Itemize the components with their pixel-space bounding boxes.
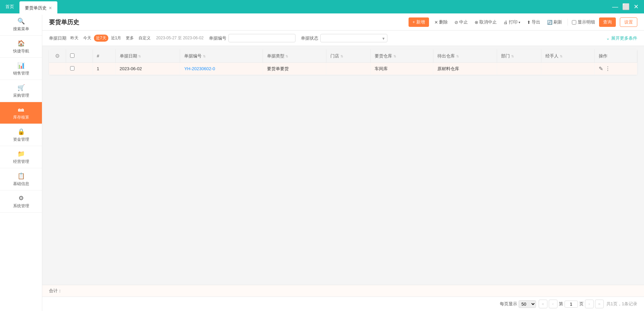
table-row[interactable]: 1 2023-06-02 YH-20230602-0 要货单要货 车间库 原材料… bbox=[49, 63, 637, 75]
page-title-row: 要货单历史 + 新增 ✕ 删除 ⊘ 中止 ⊗ 取消中止 🖨 打印 bbox=[49, 17, 637, 27]
settings-col-header[interactable]: ⚙ bbox=[49, 49, 66, 63]
doc-no-col-header[interactable]: 单据编号 ⇅ bbox=[180, 49, 263, 63]
new-button[interactable]: + 新增 bbox=[409, 17, 429, 27]
row-pending-warehouse-cell: 原材料仓库 bbox=[433, 63, 497, 75]
sidebar-item-label: 采购管理 bbox=[13, 93, 29, 98]
print-button[interactable]: 🖨 打印 ▾ bbox=[502, 18, 522, 27]
sidebar-item-finance-mgmt[interactable]: 🔒 资金管理 bbox=[0, 124, 42, 146]
sidebar-item-inventory-calc[interactable]: 🏘 库存核算 bbox=[0, 102, 42, 124]
page-input[interactable] bbox=[565, 301, 578, 308]
table-header-row: ⚙ # 单据日期 ⇅ 单据编号 ⇅ bbox=[49, 49, 637, 63]
doc-no-link[interactable]: YH-20230602-0 bbox=[184, 66, 215, 71]
date-shortcut-today[interactable]: 今天 bbox=[81, 35, 93, 42]
dept-col-header[interactable]: 部门 ⇅ bbox=[497, 49, 541, 63]
dept-sort-icon[interactable]: ⇅ bbox=[511, 54, 514, 58]
sidebar-item-purchase-mgmt[interactable]: 🛒 采购管理 bbox=[0, 80, 42, 102]
row-dept-cell bbox=[497, 63, 541, 75]
show-detail-checkbox[interactable]: 显示明细 bbox=[572, 19, 595, 25]
table-settings-icon[interactable]: ⚙ bbox=[55, 53, 60, 59]
home-icon: 🏠 bbox=[17, 40, 25, 47]
first-page-btn[interactable]: « bbox=[539, 300, 547, 308]
store-sort-icon[interactable]: ⇅ bbox=[340, 54, 343, 58]
folder-icon: 📁 bbox=[17, 150, 25, 158]
expand-more-btn[interactable]: ⌄ 展开更多条件 bbox=[606, 35, 637, 41]
tab-home[interactable]: 首页 bbox=[0, 0, 19, 13]
document-icon: 📋 bbox=[17, 172, 25, 180]
prev-page-btn[interactable]: ‹ bbox=[549, 300, 557, 308]
sidebar-item-label: 搜索菜单 bbox=[13, 26, 29, 32]
doc-status-select-wrapper: 草稿 已提交 已审核 bbox=[320, 34, 387, 42]
sidebar-item-search-menu[interactable]: 🔍 搜索菜单 bbox=[0, 13, 42, 36]
sidebar-item-sales-mgmt[interactable]: 📊 销售管理 bbox=[0, 58, 42, 80]
checkbox-col-header[interactable] bbox=[66, 49, 93, 63]
next-page-btn[interactable]: › bbox=[585, 300, 594, 308]
date-shortcut-7days[interactable]: 近7天 bbox=[94, 35, 108, 42]
date-shortcut-1month[interactable]: 近1月 bbox=[109, 35, 123, 42]
doc-status-label: 单据状态 bbox=[301, 35, 318, 41]
req-warehouse-sort-icon[interactable]: ⇅ bbox=[393, 54, 396, 58]
settings-button[interactable]: 设置 bbox=[620, 17, 637, 27]
tab-requisition-history-label: 要货单历史 bbox=[25, 5, 47, 11]
refresh-button[interactable]: 🔄 刷新 bbox=[546, 18, 564, 27]
suspend-button[interactable]: ⊘ 中止 bbox=[453, 18, 469, 27]
row-date-cell: 2023-06-02 bbox=[115, 63, 180, 75]
tab-bar: 首页 要货单历史 ✕ bbox=[0, 0, 612, 13]
date-shortcut-more[interactable]: 更多 bbox=[124, 35, 136, 42]
per-page-select[interactable]: 20 50 100 200 bbox=[519, 300, 536, 308]
cancel-suspend-button[interactable]: ⊗ 取消中止 bbox=[473, 18, 498, 27]
doc-type-col-header[interactable]: 单据类型 ⇅ bbox=[263, 49, 326, 63]
sidebar-item-operation-mgmt[interactable]: 📁 经营管理 bbox=[0, 146, 42, 168]
date-col-header[interactable]: 单据日期 ⇅ bbox=[115, 49, 180, 63]
minimize-btn[interactable]: — bbox=[612, 3, 618, 10]
row-checkbox[interactable] bbox=[70, 66, 74, 71]
store-col-header[interactable]: 门店 ⇅ bbox=[326, 49, 371, 63]
sidebar-item-quick-nav[interactable]: 🏠 快捷导航 bbox=[0, 36, 42, 58]
doc-status-select[interactable]: 草稿 已提交 已审核 bbox=[320, 34, 387, 42]
date-shortcut-yesterday[interactable]: 昨天 bbox=[68, 35, 80, 42]
tab-requisition-history[interactable]: 要货单历史 ✕ bbox=[19, 1, 57, 15]
row-checkbox-cell[interactable] bbox=[66, 63, 93, 75]
pending-warehouse-col-header[interactable]: 待出仓库 ⇅ bbox=[433, 49, 497, 63]
req-warehouse-col-label: 要货仓库 bbox=[375, 53, 392, 58]
sidebar-item-label: 快捷导航 bbox=[13, 48, 29, 54]
go-page-label: 第 bbox=[559, 301, 563, 307]
tab-close-icon[interactable]: ✕ bbox=[49, 6, 52, 10]
sidebar-item-label: 库存核算 bbox=[13, 115, 29, 120]
row-edit-icon[interactable]: ✎ bbox=[599, 65, 603, 72]
sum-bar: 合计： bbox=[42, 285, 644, 297]
refresh-icon: 🔄 bbox=[547, 20, 552, 25]
pending-warehouse-sort-icon[interactable]: ⇅ bbox=[456, 54, 459, 58]
actions-col-label: 操作 bbox=[599, 53, 607, 58]
sidebar-item-basic-info[interactable]: 📋 基础信息 bbox=[0, 168, 42, 190]
req-warehouse-col-header[interactable]: 要货仓库 ⇅ bbox=[371, 49, 433, 63]
row-num-cell: 1 bbox=[93, 63, 115, 75]
search-icon: 🔍 bbox=[17, 17, 25, 25]
close-btn[interactable]: ✕ bbox=[634, 3, 639, 10]
select-all-checkbox[interactable] bbox=[70, 53, 74, 58]
pagination-bar: 每页显示 20 50 100 200 « ‹ 第 页 › » 共1页，1条记录 bbox=[42, 297, 644, 311]
query-button[interactable]: 查询 bbox=[599, 17, 616, 27]
row-doc-no-cell[interactable]: YH-20230602-0 bbox=[180, 63, 263, 75]
doc-no-sort-icon[interactable]: ⇅ bbox=[203, 54, 206, 58]
dept-col-label: 部门 bbox=[501, 53, 510, 58]
per-page-label: 每页显示 bbox=[500, 301, 517, 307]
doc-type-sort-icon[interactable]: ⇅ bbox=[285, 54, 288, 58]
date-shortcut-custom[interactable]: 自定义 bbox=[137, 35, 153, 42]
maximize-btn[interactable]: ⬜ bbox=[622, 3, 630, 10]
last-page-btn[interactable]: » bbox=[595, 300, 604, 308]
row-delete-icon[interactable]: ⋮ bbox=[605, 65, 610, 72]
tab-home-label: 首页 bbox=[5, 4, 14, 10]
row-settings-cell bbox=[49, 63, 66, 75]
pending-warehouse-col-label: 待出仓库 bbox=[437, 53, 455, 58]
doc-number-input[interactable] bbox=[228, 34, 296, 42]
export-button[interactable]: ⬆ 导出 bbox=[526, 18, 542, 27]
sidebar-item-system-mgmt[interactable]: ⚙ 系统管理 bbox=[0, 190, 42, 213]
handler-sort-icon[interactable]: ⇅ bbox=[560, 54, 562, 58]
row-handler-cell bbox=[541, 63, 595, 75]
delete-button[interactable]: ✕ 删除 bbox=[433, 18, 449, 27]
show-detail-input[interactable] bbox=[572, 20, 576, 25]
date-sort-icon[interactable]: ⇅ bbox=[138, 54, 141, 58]
sidebar-item-label: 资金管理 bbox=[13, 137, 29, 142]
handler-col-header[interactable]: 经手人 ⇅ bbox=[541, 49, 595, 63]
doc-type-col-label: 单据类型 bbox=[267, 53, 284, 58]
